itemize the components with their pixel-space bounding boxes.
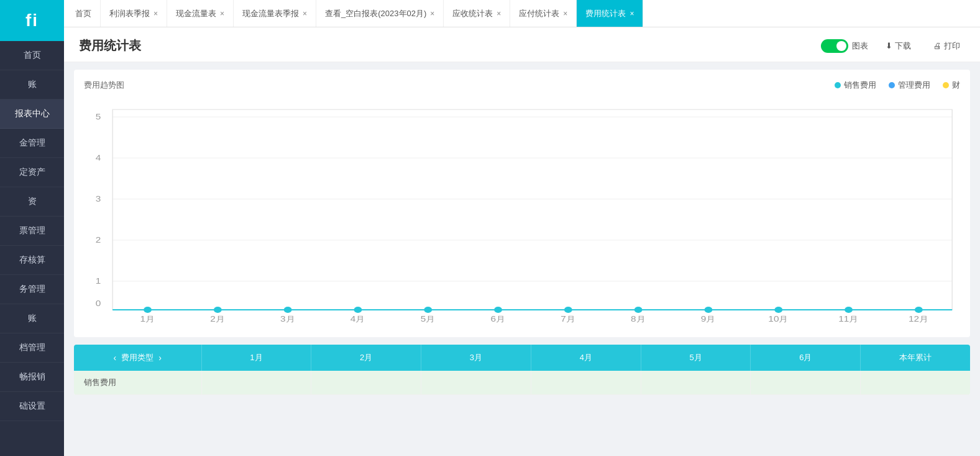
tab-cashflow[interactable]: 现金流量表 × (167, 0, 234, 27)
table-section: ‹ 费用类型 › 1月 2月 3月 4月 5月 6月 本年累计 销售费用 (74, 345, 970, 395)
data-point-4 (354, 307, 362, 313)
svg-text:2: 2 (96, 236, 101, 244)
td-mar (421, 371, 531, 394)
close-icon[interactable]: × (303, 9, 307, 18)
legend-finance: 财 (943, 80, 960, 91)
svg-text:3月: 3月 (280, 315, 295, 323)
sidebar-item-finance[interactable]: 金管理 (0, 129, 64, 158)
svg-rect-11 (112, 109, 952, 310)
data-point-7 (564, 307, 572, 313)
svg-text:3: 3 (96, 195, 101, 203)
svg-text:6月: 6月 (490, 315, 505, 323)
tab-home[interactable]: 首页 (66, 0, 101, 27)
tab-payable[interactable]: 应付统计表 × (510, 0, 577, 27)
sidebar: fi 首页 账 报表中心 金管理 定资产 资 票管理 存核算 务管理 账 档管理… (0, 0, 64, 456)
download-button[interactable]: ⬇ 下载 (881, 38, 916, 54)
print-button[interactable]: 🖨 打印 (928, 38, 965, 54)
svg-text:4月: 4月 (350, 315, 365, 323)
close-icon[interactable]: × (153, 9, 158, 18)
sidebar-item-inventory[interactable]: 存核算 (0, 246, 64, 275)
svg-text:5月: 5月 (421, 315, 436, 323)
sidebar-item-home[interactable]: 首页 (0, 41, 64, 70)
tab-cashflow-quarterly[interactable]: 现金流量表季报 × (234, 0, 316, 27)
toggle-label: 图表 (852, 40, 868, 52)
page-title: 费用统计表 (79, 37, 141, 54)
th-mar: 3月 (421, 345, 531, 371)
th-feb: 2月 (311, 345, 421, 371)
sidebar-item-service[interactable]: 务管理 (0, 275, 64, 304)
close-icon[interactable]: × (630, 9, 634, 18)
td-jun (751, 371, 861, 394)
svg-text:8月: 8月 (631, 315, 646, 323)
close-icon[interactable]: × (220, 9, 224, 18)
th-jan: 1月 (202, 345, 312, 371)
sidebar-item-account[interactable]: 账 (0, 70, 64, 100)
td-ytd (861, 371, 970, 394)
legend-sales: 销售费用 (835, 80, 876, 91)
svg-text:1月: 1月 (140, 315, 155, 323)
close-icon[interactable]: × (563, 9, 567, 18)
chart-toggle[interactable] (821, 39, 848, 53)
page-header: 费用统计表 图表 ⬇ 下载 🖨 打印 (64, 27, 980, 62)
tab-profit-quarterly[interactable]: 利润表季报 × (101, 0, 167, 27)
sidebar-logo: fi (0, 0, 64, 41)
sidebar-item-reports[interactable]: 报表中心 (0, 100, 64, 129)
print-icon: 🖨 (933, 41, 941, 50)
chart-title: 费用趋势图 (84, 80, 960, 91)
legend-label-admin: 管理费用 (898, 80, 930, 91)
td-jan (202, 371, 312, 394)
svg-text:1: 1 (96, 277, 101, 286)
data-point-11 (845, 307, 853, 313)
header-actions: 图表 ⬇ 下载 🖨 打印 (821, 38, 965, 54)
tab-receivable[interactable]: 应收统计表 × (444, 0, 510, 27)
main-area: 首页 利润表季报 × 现金流量表 × 现金流量表季报 × 查看_空白报表(202… (64, 0, 980, 456)
th-jun: 6月 (751, 345, 861, 371)
legend-dot-sales (835, 82, 841, 88)
chart-section: 费用趋势图 销售费用 管理费用 财 (74, 70, 970, 337)
next-arrow[interactable]: › (158, 353, 162, 363)
table-header: ‹ 费用类型 › 1月 2月 3月 4月 5月 6月 本年累计 (74, 345, 970, 371)
td-apr (531, 371, 641, 394)
chart-toggle-wrap: 图表 (821, 39, 868, 53)
data-point-12 (915, 307, 923, 313)
download-icon: ⬇ (886, 41, 892, 50)
sidebar-item-settings[interactable]: 础设置 (0, 392, 64, 421)
svg-text:12月: 12月 (909, 315, 929, 323)
data-point-2 (214, 307, 222, 313)
data-point-10 (774, 307, 782, 313)
data-point-8 (634, 307, 643, 313)
svg-text:9月: 9月 (701, 315, 716, 323)
chart-svg: 5 4 3 2 1 0 (84, 101, 960, 325)
data-point-9 (705, 307, 713, 313)
tab-bar: 首页 利润表季报 × 现金流量表 × 现金流量表季报 × 查看_空白报表(202… (64, 0, 980, 27)
svg-text:10月: 10月 (768, 315, 789, 323)
svg-text:0: 0 (96, 300, 101, 308)
sidebar-item-reimbursement[interactable]: 畅报销 (0, 363, 64, 392)
th-may: 5月 (641, 345, 751, 371)
sidebar-item-tickets[interactable]: 票管理 (0, 216, 64, 246)
legend-admin: 管理费用 (889, 80, 930, 91)
tab-expense[interactable]: 费用统计表 × (577, 0, 643, 27)
td-expense-type: 销售费用 (74, 371, 202, 394)
svg-text:7月: 7月 (561, 315, 575, 323)
th-expense-type: ‹ 费用类型 › (74, 345, 202, 371)
content-area: 费用统计表 图表 ⬇ 下载 🖨 打印 费用趋势图 (64, 27, 980, 456)
tab-blank-report[interactable]: 查看_空白报表(2023年02月) × (316, 0, 444, 27)
th-ytd: 本年累计 (861, 345, 970, 371)
svg-text:4: 4 (96, 154, 101, 162)
legend-dot-finance (943, 82, 949, 88)
sidebar-item-assets[interactable]: 定资产 (0, 158, 64, 187)
legend-label-finance: 财 (952, 80, 960, 91)
close-icon[interactable]: × (430, 9, 434, 18)
data-point-1 (144, 307, 152, 313)
prev-arrow[interactable]: ‹ (114, 353, 117, 363)
svg-text:2月: 2月 (210, 315, 225, 323)
data-point-3 (284, 307, 292, 313)
data-point-6 (494, 307, 502, 313)
td-may (641, 371, 751, 394)
sidebar-item-ledger[interactable]: 账 (0, 304, 64, 333)
close-icon[interactable]: × (497, 9, 501, 18)
sidebar-item-capital[interactable]: 资 (0, 187, 64, 216)
data-point-5 (424, 307, 432, 313)
sidebar-item-archive[interactable]: 档管理 (0, 333, 64, 363)
